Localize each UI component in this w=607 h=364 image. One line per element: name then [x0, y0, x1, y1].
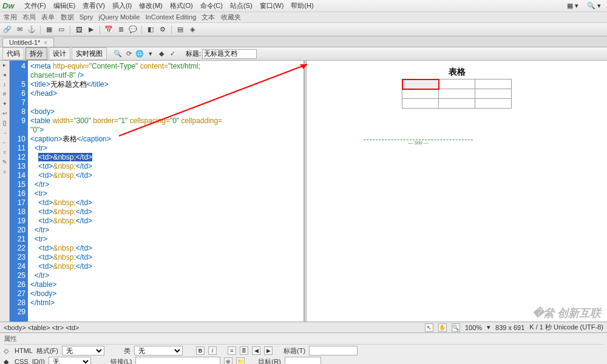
- comment-icon[interactable]: 💬: [128, 25, 138, 35]
- view-code-button[interactable]: 代码: [2, 47, 24, 60]
- point-to-file-icon[interactable]: ⊕: [224, 357, 232, 364]
- zoom-icon[interactable]: 🔍: [452, 323, 460, 332]
- table-cell[interactable]: [439, 89, 475, 99]
- tag-icon[interactable]: ◈: [188, 25, 197, 35]
- table-cell[interactable]: [439, 99, 475, 109]
- anchor-icon[interactable]: ⚓: [27, 25, 36, 35]
- check-icon[interactable]: ✓: [168, 49, 177, 59]
- menu-item[interactable]: 文件(F): [21, 1, 50, 10]
- table-cell[interactable]: [402, 99, 439, 109]
- table-cell-selected[interactable]: [402, 79, 439, 89]
- search-icon[interactable]: 🔍 ▾: [583, 1, 605, 11]
- table-icon[interactable]: ▦: [44, 25, 54, 35]
- menu-item[interactable]: 窗口(W): [256, 1, 288, 10]
- word-wrap-icon[interactable]: ↩: [1, 110, 8, 118]
- menu-item[interactable]: 查看(V): [79, 1, 109, 10]
- div-icon[interactable]: ▭: [56, 25, 66, 35]
- id-select[interactable]: 无: [49, 357, 91, 364]
- ol-button[interactable]: ≣: [240, 346, 248, 355]
- pointer-icon[interactable]: ↖: [425, 323, 433, 332]
- insert-category[interactable]: 文本: [202, 13, 215, 21]
- media-icon[interactable]: ▶: [86, 25, 96, 35]
- italic-button[interactable]: I: [208, 346, 217, 355]
- syntax-icon[interactable]: {}: [1, 120, 8, 127]
- browser-icon[interactable]: 🌐: [135, 49, 144, 59]
- view-split-button[interactable]: 拆分: [25, 47, 47, 60]
- menu-item[interactable]: 帮助(H): [287, 1, 317, 10]
- close-icon[interactable]: ×: [44, 39, 47, 46]
- script-icon[interactable]: ⚙: [158, 25, 168, 35]
- insert-category[interactable]: 布局: [22, 13, 36, 21]
- date-icon[interactable]: 📅: [104, 25, 114, 35]
- line-numbers-icon[interactable]: #: [1, 91, 8, 98]
- indent-button[interactable]: ▶: [264, 346, 273, 355]
- table-cell[interactable]: [475, 99, 512, 109]
- ul-button[interactable]: ≡: [228, 346, 236, 355]
- link-field[interactable]: [135, 357, 220, 364]
- code-pane[interactable]: 4567891011121314151617181920212223242526…: [10, 61, 304, 322]
- table-cell[interactable]: [475, 79, 512, 89]
- select-parent-icon[interactable]: ↕: [1, 81, 8, 89]
- indent-icon[interactable]: →: [1, 130, 8, 137]
- view-design-button[interactable]: 设计: [49, 47, 70, 60]
- menu-item[interactable]: 修改(M): [135, 1, 166, 10]
- collapse-icon[interactable]: ◂: [1, 72, 8, 79]
- design-table[interactable]: 表格: [402, 66, 512, 109]
- insert-category[interactable]: 表单: [41, 13, 55, 21]
- code-editor[interactable]: <meta http-equiv="Content-Type" content=…: [28, 61, 304, 322]
- open-docs-icon[interactable]: ▸: [1, 62, 8, 69]
- insert-category[interactable]: Spry: [80, 13, 93, 21]
- highlight-icon[interactable]: ✦: [1, 101, 8, 108]
- templates-icon[interactable]: ▤: [175, 25, 185, 35]
- head-icon[interactable]: ◧: [146, 25, 155, 35]
- zoom-value[interactable]: 100%: [465, 324, 482, 331]
- image-icon[interactable]: 🖼: [74, 25, 84, 35]
- menubar: Dw 文件(F)编辑(E)查看(V)插入(I)修改(M)格式(O)命令(C)站点…: [0, 0, 607, 12]
- format-icon[interactable]: ⌗: [1, 149, 8, 157]
- title-field[interactable]: [309, 346, 358, 356]
- class-select[interactable]: 无: [134, 346, 183, 356]
- table-cell[interactable]: [475, 89, 512, 99]
- css-mode[interactable]: CSS: [15, 358, 29, 364]
- insert-category[interactable]: 常用: [4, 13, 17, 21]
- menu-item[interactable]: 格式(O): [166, 1, 197, 10]
- outdent-icon[interactable]: ←: [1, 140, 8, 147]
- hand-icon[interactable]: ✋: [438, 323, 447, 332]
- menu-item[interactable]: 站点(S): [226, 1, 256, 10]
- html-mode[interactable]: HTML: [15, 347, 33, 354]
- tag-breadcrumb[interactable]: <body> <table> <tr> <td>: [4, 324, 79, 331]
- properties-header: 属性: [4, 334, 603, 345]
- document-tab[interactable]: Untitled-1* ×: [2, 38, 54, 47]
- refresh-icon[interactable]: ⟳: [124, 49, 134, 59]
- bold-button[interactable]: B: [196, 346, 205, 355]
- options-icon[interactable]: ▾: [146, 49, 155, 59]
- insert-category[interactable]: 收藏夹: [221, 13, 241, 21]
- view-live-button[interactable]: 实时视图: [72, 47, 107, 60]
- menu-item[interactable]: 命令(C): [197, 1, 226, 10]
- insert-category[interactable]: 数据: [61, 13, 74, 21]
- email-icon[interactable]: ✉: [15, 25, 24, 35]
- table-cell[interactable]: [402, 89, 439, 99]
- server-icon[interactable]: ≣: [116, 25, 126, 35]
- nav-icon[interactable]: ◆: [157, 49, 166, 59]
- title-input[interactable]: [202, 49, 257, 59]
- target-field[interactable]: [285, 357, 321, 364]
- link-icon[interactable]: 🔗: [2, 25, 12, 35]
- outdent-button[interactable]: ◀: [252, 346, 260, 355]
- browse-icon[interactable]: 📁: [236, 357, 245, 364]
- inspect-icon[interactable]: 🔍: [113, 49, 123, 59]
- viewport-dims: 839 x 691: [495, 324, 524, 331]
- format-select[interactable]: 无: [62, 346, 104, 356]
- table-caption[interactable]: 表格: [402, 66, 512, 79]
- menu-item[interactable]: 编辑(E): [50, 1, 80, 10]
- apply-icon[interactable]: ✎: [1, 159, 8, 166]
- menu-item[interactable]: 插入(I): [109, 1, 135, 10]
- table-cell[interactable]: [439, 79, 475, 89]
- design-pane[interactable]: 表格 — 300 —: [307, 61, 607, 322]
- insert-bar: 常用 布局 表单 数据 Spry jQuery Mobile InContext…: [0, 12, 607, 23]
- insert-category[interactable]: jQuery Mobile: [98, 13, 140, 21]
- layout-icon[interactable]: ▦ ▾: [563, 1, 582, 11]
- insert-category[interactable]: InContext Editing: [146, 13, 197, 21]
- properties-panel: 属性 ◇HTML 格式(F) 无 类 无 B I ≡ ≣ ◀ ▶ 标题(T) ◆…: [0, 332, 607, 364]
- recent-icon[interactable]: ⟐: [1, 169, 8, 176]
